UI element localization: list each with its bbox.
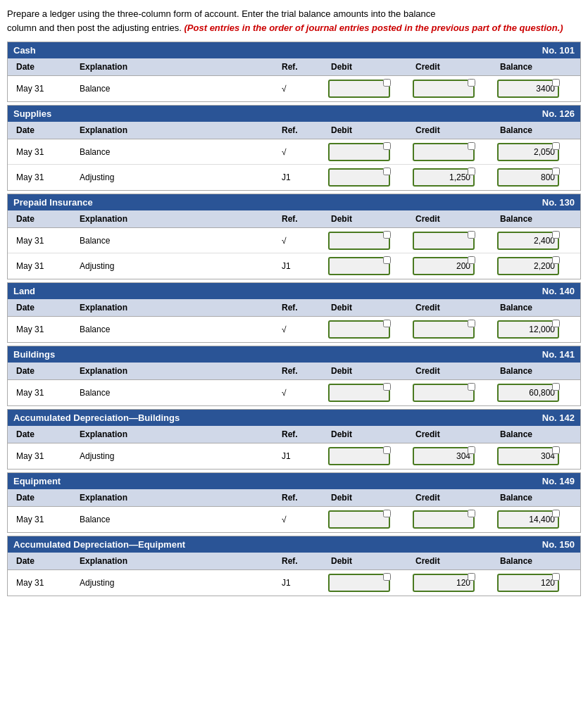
row-debit[interactable] <box>328 574 413 592</box>
row-debit[interactable] <box>328 320 413 339</box>
ledger-checkbox[interactable] <box>468 510 475 517</box>
ledger-checkbox[interactable] <box>552 79 560 87</box>
ledger-checkbox[interactable] <box>552 168 560 175</box>
ledger-input-field[interactable] <box>497 143 559 161</box>
ledger-input-field[interactable] <box>413 447 475 465</box>
ledger-input-field[interactable] <box>413 257 475 275</box>
ledger-checkbox[interactable] <box>383 79 391 87</box>
ledger-input-field[interactable] <box>497 320 559 339</box>
col-header-date: Date <box>13 491 77 504</box>
ledger-checkbox[interactable] <box>383 256 391 264</box>
ledger-checkbox[interactable] <box>383 231 391 239</box>
row-balance[interactable] <box>497 320 575 339</box>
row-credit[interactable] <box>413 320 497 339</box>
ledger-checkbox[interactable] <box>383 510 391 517</box>
ledger-input-field[interactable] <box>497 447 559 465</box>
ledger-checkbox[interactable] <box>468 79 475 87</box>
row-ref: J1 <box>279 577 328 589</box>
ledger-checkbox[interactable] <box>383 320 391 327</box>
ledger-input-field[interactable] <box>413 143 475 161</box>
row-debit[interactable] <box>328 168 413 187</box>
ledger-input-field[interactable] <box>413 384 475 402</box>
ledger-input-field[interactable] <box>413 168 475 187</box>
col-header-ref.: Ref. <box>279 61 328 73</box>
row-explanation: Adjusting <box>77 450 279 462</box>
row-balance[interactable] <box>497 510 575 529</box>
ledger-checkbox[interactable] <box>468 256 475 264</box>
row-explanation: Balance <box>77 82 279 95</box>
ledger-row-3-0: May 31Balance√ <box>8 317 580 342</box>
row-credit[interactable] <box>413 257 497 275</box>
row-debit[interactable] <box>328 143 413 161</box>
ledger-input-field[interactable] <box>328 232 390 250</box>
ledger-checkbox[interactable] <box>468 573 475 581</box>
ledger-input-field[interactable] <box>497 257 559 275</box>
ledger-checkbox[interactable] <box>468 446 475 454</box>
row-credit[interactable] <box>413 168 497 187</box>
row-balance[interactable] <box>497 384 575 402</box>
ledger-input-field[interactable] <box>497 574 559 592</box>
ledger-input-field[interactable] <box>497 384 559 402</box>
row-credit[interactable] <box>413 384 497 402</box>
row-balance[interactable] <box>497 574 575 592</box>
row-debit[interactable] <box>328 80 413 98</box>
row-credit[interactable] <box>413 232 497 250</box>
ledger-input-field[interactable] <box>328 510 390 529</box>
ledger-input-field[interactable] <box>328 320 390 339</box>
col-header-debit: Debit <box>328 491 413 504</box>
row-credit[interactable] <box>413 447 497 465</box>
ledger-checkbox[interactable] <box>383 383 391 391</box>
ledger-checkbox[interactable] <box>468 320 475 327</box>
ledger-input-field[interactable] <box>413 232 475 250</box>
ledger-input-field[interactable] <box>328 257 390 275</box>
ledger-input-field[interactable] <box>328 384 390 402</box>
ledger-checkbox[interactable] <box>468 231 475 239</box>
ledger-checkbox[interactable] <box>552 320 560 327</box>
ledger-checkbox[interactable] <box>552 510 560 517</box>
ledger-checkbox[interactable] <box>383 168 391 175</box>
ledger-checkbox[interactable] <box>552 446 560 454</box>
row-debit[interactable] <box>328 232 413 250</box>
ledger-input-field[interactable] <box>328 447 390 465</box>
ledger-checkbox[interactable] <box>468 383 475 391</box>
row-credit[interactable] <box>413 80 497 98</box>
ledger-input-field[interactable] <box>328 143 390 161</box>
ledger-checkbox[interactable] <box>383 573 391 581</box>
ledger-input-field[interactable] <box>328 574 390 592</box>
account-number: No. 140 <box>542 286 575 296</box>
ledger-checkbox[interactable] <box>468 168 475 175</box>
row-debit[interactable] <box>328 257 413 275</box>
row-balance[interactable] <box>497 80 575 98</box>
ledger-input-field[interactable] <box>328 80 390 98</box>
ledger-input-field[interactable] <box>413 320 475 339</box>
ledger-input-field[interactable] <box>497 80 559 98</box>
row-balance[interactable] <box>497 447 575 465</box>
row-balance[interactable] <box>497 257 575 275</box>
ledger-input-field[interactable] <box>497 232 559 250</box>
ledger-input-field[interactable] <box>497 510 559 529</box>
row-credit[interactable] <box>413 143 497 161</box>
ledger-input-field[interactable] <box>413 80 475 98</box>
row-credit[interactable] <box>413 574 497 592</box>
row-debit[interactable] <box>328 447 413 465</box>
row-debit[interactable] <box>328 384 413 402</box>
ledger-checkbox[interactable] <box>383 446 391 454</box>
ledger-input-field[interactable] <box>413 574 475 592</box>
row-balance[interactable] <box>497 168 575 187</box>
row-debit[interactable] <box>328 510 413 529</box>
ledger-checkbox[interactable] <box>552 142 560 150</box>
ledger-checkbox[interactable] <box>383 142 391 150</box>
ledger-checkbox[interactable] <box>552 256 560 264</box>
ledger-checkbox[interactable] <box>468 142 475 150</box>
row-balance[interactable] <box>497 232 575 250</box>
ledger-input-field[interactable] <box>497 168 559 187</box>
row-balance[interactable] <box>497 143 575 161</box>
col-header-credit: Credit <box>413 428 497 441</box>
ledger-checkbox[interactable] <box>552 573 560 581</box>
ledger-checkbox[interactable] <box>552 383 560 391</box>
ledger-checkbox[interactable] <box>552 231 560 239</box>
row-credit[interactable] <box>413 510 497 529</box>
ledger-input-field[interactable] <box>413 510 475 529</box>
row-date: May 31 <box>13 82 77 95</box>
ledger-input-field[interactable] <box>328 168 390 187</box>
